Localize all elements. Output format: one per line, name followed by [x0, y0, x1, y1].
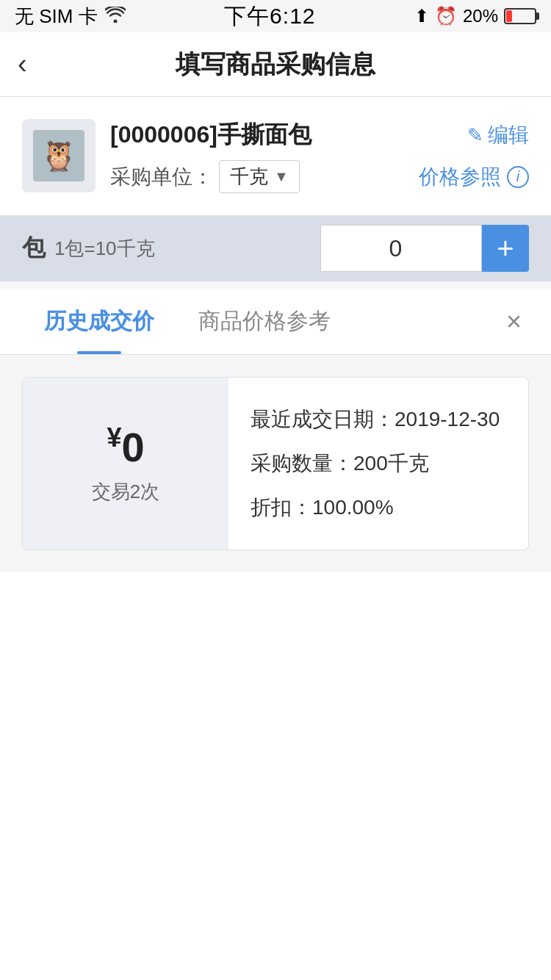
battery-icon [504, 8, 536, 24]
tab-price-reference[interactable]: 商品价格参考 [176, 289, 353, 354]
recent-date-value: 2019-12-30 [395, 408, 500, 430]
unit-label: 采购单位： [110, 163, 213, 191]
wifi-icon [105, 5, 126, 28]
tabs-bar: 历史成交价 商品价格参考 × [0, 289, 551, 355]
price-detail-qty: 采购数量：200千克 [251, 448, 506, 479]
carrier-label: 无 SIM 卡 [15, 4, 98, 29]
qty-unit-label: 包 [22, 232, 46, 264]
status-bar: 无 SIM 卡 下午6:12 ⬆ ⏰ 20% [0, 0, 551, 32]
nav-bar: ‹ 填写商品采购信息 [0, 32, 551, 97]
price-amount: ¥0 [107, 422, 144, 471]
discount-value: 100.00% [312, 496, 394, 519]
price-detail-date: 最近成交日期：2019-12-30 [251, 404, 506, 435]
price-right: 最近成交日期：2019-12-30 采购数量：200千克 折扣：100.00% [228, 378, 528, 550]
quantity-input[interactable] [320, 225, 482, 272]
unit-dropdown-arrow: ▼ [274, 168, 289, 185]
product-header: [0000006]手撕面包 ✎ 编辑 [110, 119, 529, 151]
price-transactions: 交易2次 [92, 479, 159, 505]
tab-price-ref-label: 商品价格参考 [198, 309, 331, 333]
product-info: [0000006]手撕面包 ✎ 编辑 采购单位： 千克 ▼ 价格参照 i [110, 119, 529, 193]
edit-label: 编辑 [488, 121, 529, 149]
alarm-icon: ⏰ [435, 6, 457, 26]
quantity-unit-info: 包 1包=10千克 [22, 232, 155, 264]
price-ref-label: 价格参照 [419, 163, 501, 191]
price-left: ¥0 交易2次 [23, 378, 228, 550]
edit-button[interactable]: ✎ 编辑 [467, 121, 529, 149]
discount-label: 折扣： [251, 496, 312, 519]
purchase-qty-value: 200千克 [353, 452, 429, 475]
price-detail-discount: 折扣：100.00% [251, 492, 506, 523]
battery-percent: 20% [463, 6, 498, 26]
tab-history-price[interactable]: 历史成交价 [22, 289, 176, 354]
close-button[interactable]: × [499, 299, 529, 345]
tab-history-label: 历史成交价 [44, 309, 154, 333]
status-right: ⬆ ⏰ 20% [414, 6, 536, 26]
unit-value: 千克 [230, 164, 268, 190]
product-thumbnail: 🦉 [40, 139, 77, 173]
quantity-input-group: + [320, 225, 529, 272]
product-image: 🦉 [22, 119, 96, 192]
tabs-group: 历史成交价 商品价格参考 [22, 289, 353, 354]
quantity-bar: 包 1包=10千克 + [0, 215, 551, 281]
product-unit-row: 采购单位： 千克 ▼ 价格参照 i [110, 160, 529, 193]
price-ref-button[interactable]: 价格参照 i [419, 163, 529, 191]
bottom-space [0, 572, 551, 980]
price-content: ¥0 交易2次 最近成交日期：2019-12-30 采购数量：200千克 折扣：… [0, 355, 551, 572]
edit-icon: ✎ [467, 124, 483, 147]
location-icon: ⬆ [414, 6, 429, 26]
status-time: 下午6:12 [224, 1, 315, 32]
product-name: [0000006]手撕面包 [110, 119, 311, 151]
quantity-plus-button[interactable]: + [482, 225, 529, 272]
product-card: 🦉 [0000006]手撕面包 ✎ 编辑 采购单位： 千克 ▼ [0, 97, 551, 215]
back-button[interactable]: ‹ [18, 48, 27, 80]
purchase-qty-label: 采购数量： [251, 452, 353, 475]
page-title: 填写商品采购信息 [176, 48, 375, 82]
price-card: ¥0 交易2次 最近成交日期：2019-12-30 采购数量：200千克 折扣：… [22, 377, 529, 550]
currency-symbol: ¥ [107, 422, 121, 453]
price-ref-info-icon: i [507, 166, 529, 188]
unit-select[interactable]: 千克 ▼ [219, 160, 300, 193]
recent-date-label: 最近成交日期： [251, 408, 395, 430]
qty-conversion: 1包=10千克 [54, 236, 155, 262]
status-left: 无 SIM 卡 [15, 4, 126, 29]
product-top-row: 🦉 [0000006]手撕面包 ✎ 编辑 采购单位： 千克 ▼ [22, 119, 529, 193]
